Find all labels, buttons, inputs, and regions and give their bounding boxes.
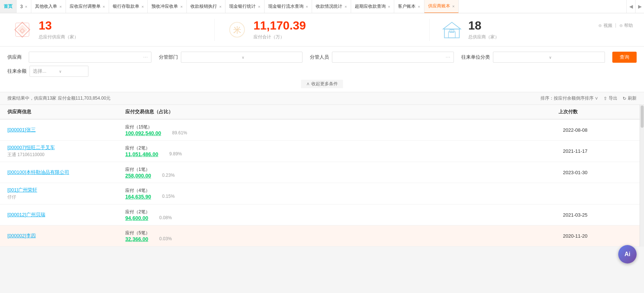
supplier-input[interactable] — [32, 55, 143, 60]
payable-amount-number: 11,170.39 — [253, 19, 306, 32]
scrollbar-thumb[interactable] — [641, 106, 644, 128]
refresh-icon: ↻ — [623, 96, 626, 101]
table-header: 供应商信息 应付交易信息（占比） 上次付数 — [0, 105, 644, 120]
collapse-button[interactable]: ∧ 收起更多条件 — [301, 80, 343, 88]
supplier-contact-2: 王通 17106110000 — [7, 152, 125, 158]
close-tab-collect-stat[interactable]: × — [344, 4, 347, 9]
close-tab-cash-bank-stat[interactable]: × — [258, 4, 260, 9]
close-tab-cash-bank-flow[interactable]: × — [306, 4, 308, 9]
dept-select[interactable]: ∨ — [181, 52, 303, 63]
query-button[interactable]: 查询 — [612, 52, 637, 63]
close-tab-bank-deposit[interactable]: × — [141, 4, 144, 9]
table-row-inner-4[interactable]: [001]广州荣轩仔仔应付（4笔）164,635.900.15% — [0, 183, 644, 204]
export-label[interactable]: 导出 — [609, 95, 617, 101]
result-summary: 搜索结果中，供应商13家 应付金额111,703,854.00元 — [7, 95, 111, 101]
dept-arrow-icon: ∨ — [242, 55, 299, 59]
close-tab-prepay-collect[interactable]: × — [180, 4, 182, 9]
table-row-inner-3[interactable]: [000100]本特勒油品有限公司应付（1笔）258,000.000.23%20… — [0, 162, 644, 183]
close-tab-other-income[interactable]: × — [59, 4, 62, 9]
transaction-percent-2: 9.89% — [169, 151, 182, 156]
transaction-amount-1[interactable]: 100,092,540.00 — [125, 130, 161, 136]
nav-tab-collect-stat[interactable]: 收款情况统计× — [312, 0, 351, 13]
nav-tab-cash-bank-stat[interactable]: 现金银行统计× — [225, 0, 264, 13]
store-icon — [441, 19, 463, 41]
nav-tab-supplier-account[interactable]: 供应商账本× — [424, 0, 459, 13]
table-row-3: [000100]本特勒油品有限公司应付（1笔）258,000.000.23%20… — [0, 162, 644, 183]
dept-field: 分管部门 ∨ — [159, 52, 303, 63]
person-dots-icon: ··· — [445, 54, 450, 61]
supplier-table: 供应商信息 应付交易信息（占比） 上次付数 [000001]张三应付（15笔）1… — [0, 105, 644, 247]
transaction-amount-4[interactable]: 164,635.90 — [125, 194, 151, 200]
transaction-amount-2[interactable]: 11,051,486.00 — [125, 151, 158, 157]
nav-tab-home[interactable]: 首页 — [0, 0, 17, 13]
result-actions: 排序：按应付余额倒序排序 ∨ ⇧ 导出 ↻ 刷新 — [540, 95, 637, 101]
diamond-icon: ◇ — [11, 19, 33, 41]
close-tab-overdue-query[interactable]: × — [388, 4, 390, 9]
vertical-scrollbar[interactable] — [640, 105, 644, 247]
video-link[interactable]: ⊙ 视频 — [598, 23, 612, 29]
svg-marker-7 — [443, 22, 461, 29]
table-row-inner-2[interactable]: [000007]恒旺二手叉车王通 17106110000应付（2笔）11,051… — [0, 141, 644, 162]
lastpay-date-6: 2020-11-20 — [563, 233, 588, 239]
sort-arrow-icon: ∨ — [595, 96, 598, 101]
nav-tab-bank-deposit[interactable]: 银行存取款单× — [109, 0, 148, 13]
table-row-inner-1[interactable]: [000001]张三应付（15笔）100,092,540.0089.61%202… — [0, 120, 644, 140]
table-row-inner-6[interactable]: [000002]李四应付（5笔）32,366.000.03%2020-11-20 — [0, 225, 644, 246]
svg-text:米: 米 — [233, 25, 241, 35]
payable-suppliers-label: 总应付供应商（家） — [39, 34, 78, 40]
transaction-amount-5[interactable]: 94,600.00 — [125, 215, 148, 221]
svg-text:◇: ◇ — [20, 27, 25, 34]
supplier-input-wrapper[interactable]: ··· — [29, 52, 151, 63]
transaction-amount-6[interactable]: 32,366.00 — [125, 236, 148, 242]
nav-tab-ap-adjust[interactable]: 应收应付调整单× — [66, 0, 109, 13]
payable-amount-label: 应付合计（万） — [253, 34, 306, 40]
export-icon: ⇧ — [603, 96, 607, 101]
person-input[interactable] — [335, 55, 445, 60]
close-tab-customer-account[interactable]: × — [418, 4, 420, 9]
lastpay-col-2: 2021-11-17 — [563, 148, 637, 154]
nav-tab-tab3[interactable]: 3× — [17, 0, 31, 13]
supplier-col-1: [000001]张三 — [7, 127, 125, 133]
table-row-inner-5[interactable]: [000012]广州贝瑞应付（2笔）94,600.000.08%2021-03-… — [0, 204, 644, 225]
supplier-name-4[interactable]: [001]广州荣轩 — [7, 187, 37, 193]
transaction-label-2: 应付（2笔） — [125, 145, 563, 151]
help-link[interactable]: ⊙ 帮助 — [619, 23, 633, 29]
refresh-action[interactable]: ↻ 刷新 — [623, 95, 637, 101]
nav-tab-receive-verify[interactable]: 收款核销执行× — [187, 0, 225, 13]
close-tab-ap-adjust[interactable]: × — [103, 4, 105, 9]
supplier-name-5[interactable]: [000012]广州贝瑞 — [7, 212, 45, 217]
close-tab-tab3[interactable]: × — [25, 4, 27, 9]
header-last-payment: 上次付数 — [559, 108, 632, 115]
refresh-label[interactable]: 刷新 — [628, 95, 637, 101]
nav-arrow-right[interactable]: ▶ — [635, 0, 644, 13]
transaction-percent-4: 0.15% — [162, 194, 175, 199]
transaction-amount-3[interactable]: 258,000.00 — [125, 173, 151, 179]
close-tab-supplier-account[interactable]: × — [452, 4, 455, 8]
payable-suppliers-number: 13 — [39, 19, 78, 32]
table-row-5: [000012]广州贝瑞应付（2笔）94,600.000.08%2021-03-… — [0, 204, 644, 225]
nav-arrow-left[interactable]: ◀ — [626, 0, 635, 13]
lastpay-col-5: 2021-03-25 — [563, 212, 637, 218]
person-input-wrapper[interactable]: ··· — [332, 52, 454, 63]
supplier-name-2[interactable]: [000007]恒旺二手叉车 — [7, 145, 55, 150]
category-select[interactable]: ∨ — [493, 52, 605, 63]
balance-select[interactable]: 选择... ∨ — [29, 66, 88, 77]
person-label: 分管人员 — [310, 54, 329, 61]
supplier-name-1[interactable]: [000001]张三 — [7, 127, 36, 132]
nav-arrows: ◀ ▶ — [626, 0, 644, 13]
transaction-col-6: 应付（5笔）32,366.000.03% — [125, 230, 563, 242]
nav-tab-overdue-query[interactable]: 超期应收款查询× — [351, 0, 394, 13]
supplier-name-6[interactable]: [000002]李四 — [7, 233, 36, 238]
export-action[interactable]: ⇧ 导出 — [603, 95, 617, 101]
collapse-section: ∧ 收起更多条件 — [7, 80, 637, 88]
table-row-4: [001]广州荣轩仔仔应付（4笔）164,635.900.15% — [0, 183, 644, 204]
stat-payable-suppliers-info: 13 总应付供应商（家） — [39, 19, 78, 40]
supplier-name-3[interactable]: [000100]本特勒油品有限公司 — [7, 169, 69, 175]
nav-tab-other-income[interactable]: 其他收入单× — [31, 0, 66, 13]
nav-tab-cash-bank-flow[interactable]: 现金银行流水查询× — [265, 0, 312, 13]
nav-tab-prepay-collect[interactable]: 预收冲应收单× — [148, 0, 186, 13]
lastpay-date-3: 2023-01-30 — [563, 170, 588, 175]
transaction-percent-3: 0.23% — [162, 173, 175, 178]
close-tab-receive-verify[interactable]: × — [219, 4, 221, 9]
nav-tab-customer-account[interactable]: 客户账本× — [394, 0, 424, 13]
